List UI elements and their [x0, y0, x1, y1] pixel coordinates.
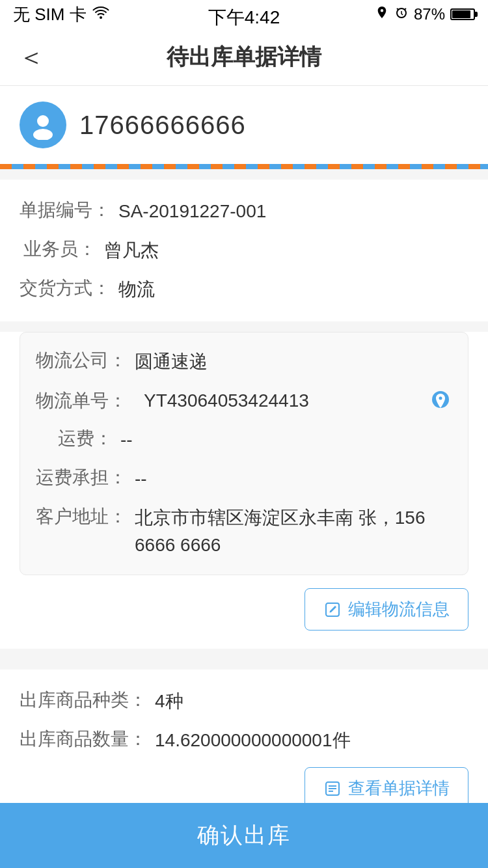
sales-person-label: 业务员： — [20, 237, 104, 262]
logistics-company-label: 物流公司： — [36, 348, 135, 373]
goods-types-row: 出库商品种类： 4种 — [20, 688, 468, 715]
customer-phone: 17666666666 — [79, 111, 246, 140]
wifi-icon — [92, 6, 110, 23]
nav-bar: ＜ 待出库单据详情 — [0, 29, 488, 86]
order-info-section: 单据编号： SA-20191227-001 业务员： 曾凡杰 交货方式： 物流 — [0, 180, 488, 321]
svg-point-2 — [33, 129, 53, 140]
bottom-area: 确认出库 — [0, 803, 488, 868]
address-row: 客户地址： 北京市市辖区海淀区永丰南 张，156 6666 6666 — [36, 504, 452, 559]
customer-header: 17666666666 — [0, 86, 488, 164]
status-right: 87% — [375, 5, 475, 23]
goods-types-value: 4种 — [155, 688, 468, 715]
alarm-icon — [394, 5, 409, 23]
address-value: 北京市市辖区海淀区永丰南 张，156 6666 6666 — [135, 504, 452, 559]
delivery-method-value: 物流 — [118, 276, 468, 303]
goods-quantity-row: 出库商品数量： 14.620000000000001件 — [20, 727, 468, 754]
freight-bearer-value: -- — [135, 465, 452, 493]
edit-logistics-button[interactable]: 编辑物流信息 — [305, 588, 468, 631]
back-button[interactable]: ＜ — [18, 39, 44, 75]
edit-logistics-label: 编辑物流信息 — [348, 598, 450, 621]
tracking-location-icon[interactable] — [429, 389, 452, 413]
order-no-label: 单据编号： — [20, 198, 118, 223]
delivery-method-label: 交货方式： — [20, 276, 118, 301]
tracking-number: YT43064053424413 — [144, 387, 420, 414]
confirm-btn-label: 确认出库 — [197, 821, 291, 850]
goods-quantity-label: 出库商品数量： — [20, 727, 155, 752]
status-left: 无 SIM 卡 — [13, 3, 110, 26]
order-no-value: SA-20191227-001 — [118, 198, 468, 225]
goods-types-label: 出库商品种类： — [20, 688, 155, 712]
battery-icon — [450, 8, 475, 20]
logistics-section: 物流公司： 圆通速递 物流单号： YT43064053424413 运费： --… — [0, 332, 488, 649]
battery-percent: 87% — [414, 5, 445, 23]
avatar — [20, 102, 66, 148]
tracking-label: 物流单号： — [36, 388, 135, 413]
status-bar: 无 SIM 卡 下午4:42 87% — [0, 0, 488, 29]
freight-row: 运费： -- — [36, 426, 452, 454]
logistics-tracking-row: 物流单号： YT43064053424413 — [36, 387, 452, 414]
view-detail-label: 查看单据详情 — [348, 777, 450, 800]
freight-value: -- — [120, 426, 452, 454]
freight-bearer-label: 运费承担： — [36, 465, 135, 490]
freight-bearer-row: 运费承担： -- — [36, 465, 452, 493]
freight-label: 运费： — [36, 426, 120, 451]
order-no-row: 单据编号： SA-20191227-001 — [20, 198, 468, 225]
address-label: 客户地址： — [36, 504, 135, 529]
edit-logistics-container: 编辑物流信息 — [20, 588, 468, 631]
confirm-outbound-button[interactable]: 确认出库 — [0, 803, 488, 868]
logistics-company-row: 物流公司： 圆通速递 — [36, 348, 452, 375]
logistics-company-value: 圆通速递 — [135, 348, 452, 375]
dashed-divider — [0, 164, 488, 169]
carrier-text: 无 SIM 卡 — [13, 3, 87, 26]
section-gap-1 — [0, 649, 488, 659]
svg-point-1 — [37, 115, 49, 127]
logistics-card: 物流公司： 圆通速递 物流单号： YT43064053424413 运费： --… — [20, 332, 468, 575]
goods-quantity-value: 14.620000000000001件 — [155, 727, 468, 754]
sales-person-value: 曾凡杰 — [104, 237, 468, 264]
location-status-icon — [375, 5, 389, 23]
page-title: 待出库单据详情 — [167, 42, 321, 72]
sales-person-row: 业务员： 曾凡杰 — [20, 237, 468, 264]
delivery-method-row: 交货方式： 物流 — [20, 276, 468, 303]
status-time: 下午4:42 — [208, 5, 280, 30]
